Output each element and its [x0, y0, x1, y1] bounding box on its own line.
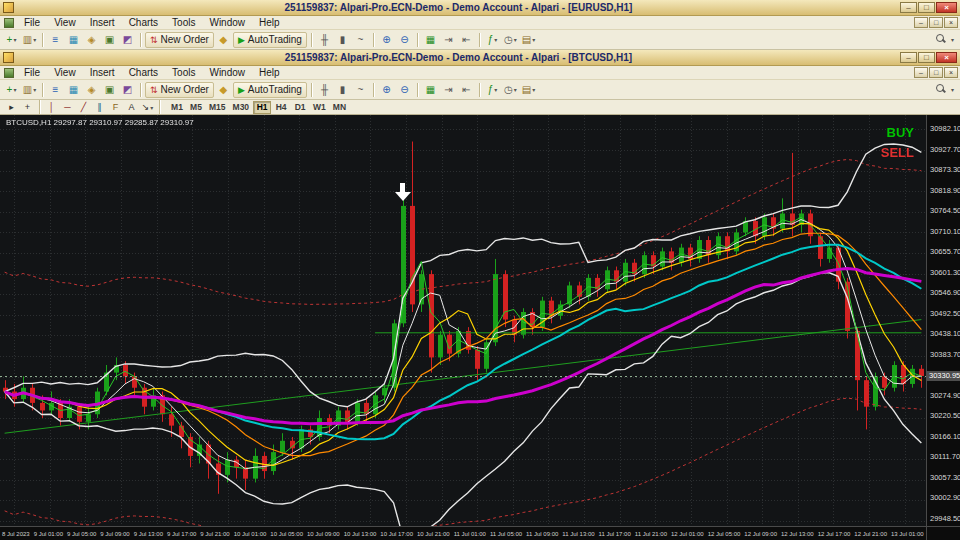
dropdown-caret-icon[interactable]: ▾ [33, 36, 36, 43]
market-watch-icon[interactable]: ≡ [47, 32, 64, 48]
indicators-icon[interactable]: ƒ▾ [484, 32, 501, 48]
indicators-icon[interactable]: ƒ▾ [484, 82, 501, 98]
candlestick-chart-icon[interactable]: ▮ [334, 82, 351, 98]
titlebar-eurusd[interactable]: 251159837: Alpari-Pro.ECN-Demo - Demo Ac… [0, 0, 960, 16]
metaeditor-icon[interactable]: ◆ [215, 32, 232, 48]
close-button[interactable]: × [936, 52, 957, 63]
menu-item[interactable]: File [17, 66, 47, 80]
dropdown-caret-icon[interactable]: ▾ [494, 86, 497, 93]
menu-item[interactable]: View [47, 66, 83, 80]
navigator-icon[interactable]: ◈ [83, 32, 100, 48]
dropdown-caret-icon[interactable]: ▾ [514, 86, 517, 93]
dropdown-caret-icon[interactable]: ▾ [532, 86, 535, 93]
timeframe-button[interactable]: D1 [291, 101, 309, 114]
tile-windows-icon[interactable]: ▦ [422, 82, 439, 98]
menu-item[interactable]: Insert [83, 66, 122, 80]
line-chart-icon[interactable]: ~ [352, 32, 369, 48]
market-watch-icon[interactable]: ≡ [47, 82, 64, 98]
terminal-icon[interactable]: ▣ [101, 82, 118, 98]
dropdown-caret-icon[interactable]: ▾ [33, 86, 36, 93]
navigator-icon[interactable]: ◈ [83, 82, 100, 98]
new-order-button[interactable]: ⇅New Order [145, 82, 214, 98]
trendline-tool-icon[interactable]: ╱ [76, 101, 91, 114]
new-order-button[interactable]: ⇅New Order [145, 32, 214, 48]
dropdown-caret-icon[interactable]: ▾ [514, 36, 517, 43]
dropdown-caret-icon[interactable]: ▾ [532, 36, 535, 43]
sell-label[interactable]: SELL [881, 145, 914, 160]
dropdown-caret-icon[interactable]: ▾ [13, 86, 16, 93]
menu-item[interactable]: Window [202, 66, 252, 80]
text-tool-icon[interactable]: A [124, 101, 139, 114]
toolbar-overflow-chevron-icon[interactable]: ▾ [951, 36, 954, 43]
new-chart-icon[interactable]: +▾ [3, 32, 20, 48]
strategy-tester-icon[interactable]: ◩ [119, 82, 136, 98]
buy-label[interactable]: BUY [887, 125, 914, 140]
vertical-line-tool-icon[interactable]: │ [44, 101, 59, 114]
templates-icon[interactable]: ▤▾ [520, 32, 537, 48]
price-chart-canvas[interactable] [0, 115, 926, 526]
zoom-in-icon[interactable]: ⊕ [378, 82, 395, 98]
search-icon[interactable] [936, 84, 947, 95]
autotrading-button[interactable]: ▶AutoTrading [233, 32, 307, 48]
timeframe-button[interactable]: M1 [168, 101, 186, 114]
timeframe-button[interactable]: H4 [272, 101, 290, 114]
dropdown-caret-icon[interactable]: ▾ [494, 36, 497, 43]
menu-item[interactable]: Help [252, 66, 287, 80]
minimize-button[interactable]: – [900, 2, 917, 13]
menu-item[interactable]: Help [252, 16, 287, 30]
profiles-icon[interactable]: ▥▾ [21, 32, 38, 48]
close-button[interactable]: × [936, 2, 957, 13]
menu-item[interactable]: Tools [165, 16, 202, 30]
arrows-tool-icon[interactable]: ↘▾ [140, 101, 155, 114]
autotrading-button[interactable]: ▶AutoTrading [233, 82, 307, 98]
strategy-tester-icon[interactable]: ◩ [119, 32, 136, 48]
metaeditor-icon[interactable]: ◆ [215, 82, 232, 98]
cursor-tool-icon[interactable]: ▸ [4, 101, 19, 114]
line-chart-icon[interactable]: ~ [352, 82, 369, 98]
child-restore-button[interactable]: □ [929, 17, 943, 28]
periods-icon[interactable]: ◷▾ [502, 32, 519, 48]
candlestick-chart-icon[interactable]: ▮ [334, 32, 351, 48]
chart-shift-icon[interactable]: ⇤ [458, 32, 475, 48]
auto-scroll-icon[interactable]: ⇥ [440, 32, 457, 48]
zoom-out-icon[interactable]: ⊖ [396, 82, 413, 98]
channel-tool-icon[interactable]: ∥ [92, 101, 107, 114]
timeframe-button[interactable]: H1 [253, 101, 271, 114]
child-close-button[interactable]: × [944, 67, 958, 78]
minimize-button[interactable]: – [900, 52, 917, 63]
data-window-icon[interactable]: ▦ [65, 32, 82, 48]
timeframe-button[interactable]: MN [330, 101, 349, 114]
menu-item[interactable]: Window [202, 16, 252, 30]
child-minimize-button[interactable]: – [914, 17, 928, 28]
child-minimize-button[interactable]: – [914, 67, 928, 78]
timeframe-button[interactable]: M15 [206, 101, 229, 114]
timeframe-button[interactable]: M5 [187, 101, 205, 114]
titlebar-btcusd[interactable]: 251159837: Alpari-Pro.ECN-Demo - Demo Ac… [0, 50, 960, 66]
zoom-in-icon[interactable]: ⊕ [378, 32, 395, 48]
terminal-icon[interactable]: ▣ [101, 32, 118, 48]
toolbar-overflow-chevron-icon[interactable]: ▾ [951, 86, 954, 93]
menu-item[interactable]: Charts [122, 16, 165, 30]
chart-shift-icon[interactable]: ⇤ [458, 82, 475, 98]
auto-scroll-icon[interactable]: ⇥ [440, 82, 457, 98]
tile-windows-icon[interactable]: ▦ [422, 32, 439, 48]
child-close-button[interactable]: × [944, 17, 958, 28]
periods-icon[interactable]: ◷▾ [502, 82, 519, 98]
menu-item[interactable]: View [47, 16, 83, 30]
profiles-icon[interactable]: ▥▾ [21, 82, 38, 98]
horizontal-line-tool-icon[interactable]: ─ [60, 101, 75, 114]
templates-icon[interactable]: ▤▾ [520, 82, 537, 98]
crosshair-tool-icon[interactable]: + [20, 101, 35, 114]
chart-area[interactable]: BTCUSD,H1 29297.87 29310.97 29285.87 293… [0, 115, 960, 540]
child-restore-button[interactable]: □ [929, 67, 943, 78]
menu-item[interactable]: Charts [122, 66, 165, 80]
timeframe-button[interactable]: M30 [230, 101, 253, 114]
new-chart-icon[interactable]: +▾ [3, 82, 20, 98]
bar-chart-icon[interactable]: ╫ [316, 82, 333, 98]
menu-item[interactable]: Insert [83, 16, 122, 30]
fibonacci-tool-icon[interactable]: F [108, 101, 123, 114]
restore-button[interactable]: □ [918, 52, 935, 63]
menu-item[interactable]: File [17, 16, 47, 30]
restore-button[interactable]: □ [918, 2, 935, 13]
zoom-out-icon[interactable]: ⊖ [396, 32, 413, 48]
